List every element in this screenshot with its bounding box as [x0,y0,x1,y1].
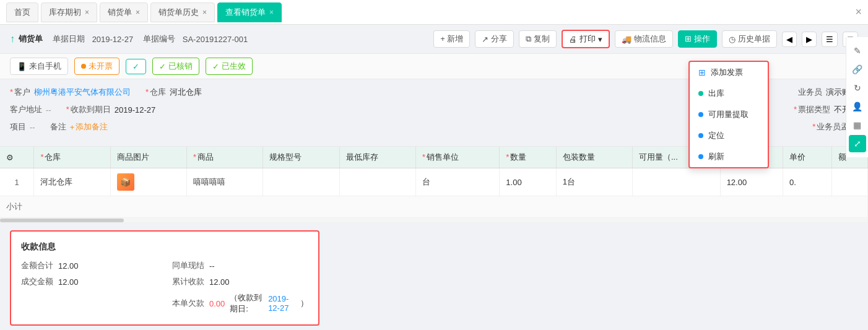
doc-meta-block: 单据日期 2019-12-27 单据编号 SA-20191227-001 [53,33,248,45]
owed-suffix: （收款到期日: [230,292,263,315]
dropdown-add-invoice[interactable]: ⊞ 添加发票 [690,62,768,83]
tab-home[interactable]: 首页 [6,2,38,22]
tab-sales-order[interactable]: 销货单 × [100,2,148,22]
payment-section: 收款信息 金额合计 12.00 同单现结 -- 成交金额 12.00 累计收款 … [10,230,319,326]
note-field: 备注 + 添加备注 [50,121,108,132]
print-button[interactable]: 🖨 打印 ▾ [562,30,610,48]
logistics-button[interactable]: 🚚 物流信息 [615,30,673,48]
product-thumbnail: 📦 [117,173,134,191]
customer-value[interactable]: 柳州粤港平安气体有限公司 [34,87,131,98]
cumulative-value: 12.00 [209,277,230,287]
copy-button[interactable]: ⧉ 复制 [519,30,557,48]
col-unit-price: 单价 [783,147,832,168]
locate-label: 定位 [708,130,724,141]
new-button[interactable]: + 新增 [433,30,470,48]
col-product: 商品 [187,147,263,168]
sidebar-refresh-button[interactable]: ↻ [849,79,866,97]
tab-view-label: 查看销货单 [225,7,266,18]
address-field: 客户地址 -- [10,104,51,115]
note-label: 备注 [50,121,66,132]
dropdown-available-qty[interactable]: 可用量提取 [690,104,768,125]
dropdown-locate[interactable]: 定位 [690,125,768,146]
tab-sales-history[interactable]: 销货单历史 × [150,2,215,22]
col-warehouse: 仓库 [34,147,110,168]
add-note-button[interactable]: + 添加备注 [70,121,108,132]
sidebar-link-button[interactable]: 🔗 [849,61,866,78]
sidebar-expand-button[interactable]: ⤢ [849,135,866,152]
same-order-row: 同单现结 -- [172,260,308,271]
tab-inventory-init[interactable]: 库存期初 × [41,2,97,22]
owed-label: 本单欠款 [172,298,204,309]
owed-value: 0.00 [209,299,225,308]
tab-history-close[interactable]: × [202,8,207,17]
payment-grid: 金额合计 12.00 同单现结 -- 成交金额 12.00 累计收款 12.00… [21,260,308,315]
document-header: ↑ 销货单 单据日期 2019-12-27 单据编号 SA-20191227-0… [0,25,868,54]
row-warehouse: 河北仓库 [34,168,110,196]
list-view-button[interactable]: ☰ [822,32,838,47]
owed-close: ） [300,298,308,309]
project-field: 项目 -- [10,121,35,132]
table-icon: ▦ [853,120,861,130]
share-button[interactable]: ↗ 分享 [475,30,514,48]
not-open-button[interactable]: 未开票 [74,58,119,75]
sidebar-table-button[interactable]: ▦ [849,116,866,134]
due-date-field: 收款到期日 2019-12-27 [66,104,156,115]
project-label: 项目 [10,121,26,132]
row-current-stock: 12.00 [720,168,783,196]
operate-button[interactable]: ⊞ 操作 [678,30,717,48]
check-icon: ✓ [159,62,166,71]
refresh-icon [698,154,703,159]
sidebar-edit-button[interactable]: ✎ [849,42,866,59]
owed-due-date: 2019-12-27 [268,294,295,313]
project-value: -- [30,123,35,132]
row-unit-price: 0. [783,168,832,196]
tab-inventory-close[interactable]: × [85,8,89,17]
doc-date-value: 2019-12-27 [92,35,134,44]
next-button[interactable]: ▶ [802,32,817,47]
transaction-value: 12.00 [58,277,79,287]
window-close-button[interactable]: × [855,6,862,19]
share-icon: ↗ [482,35,488,44]
row-spec [263,168,339,196]
operations-dropdown: ⊞ 添加发票 出库 可用量提取 定位 刷新 [688,61,769,168]
tab-sales-close[interactable]: × [136,8,140,17]
print-dropdown-icon: ▾ [598,35,602,44]
row-num: 1 [0,168,34,196]
doc-date-label: 单据日期 2019-12-27 [53,33,133,45]
customer-field: 客户 柳州粤港平安气体有限公司 [10,87,131,98]
expand-icon: ⤢ [854,139,861,149]
due-date-label: 收款到期日 [66,104,111,115]
horizontal-scrollbar[interactable] [0,219,124,222]
subtotal-label: 小计 [0,196,868,218]
dropdown-refresh[interactable]: 刷新 [690,146,768,167]
table-row: 1 河北仓库 📦 嘻嘻嘻嘻 台 1.00 1台 12.00 0. [0,168,868,196]
owed-row: 本单欠款 0.00 （收款到期日: 2019-12-27 ） [172,292,308,315]
col-settings[interactable]: ⚙ [0,147,34,168]
warehouse-value: 河北仓库 [170,87,202,98]
right-sidebar: ✎ 🔗 ↻ 👤 ▦ ⤢ [846,37,868,157]
history-button[interactable]: ◷ 历史单据 [722,30,777,48]
doc-no-label: 单据编号 SA-20191227-001 [143,33,248,45]
add-invoice-icon: ⊞ [698,67,706,77]
cancelled-button[interactable]: ✓ 已核销 [152,58,199,75]
tab-view-sales[interactable]: 查看销货单 × [217,2,282,22]
user-icon: 👤 [852,102,862,111]
sidebar-user-button[interactable]: 👤 [849,98,866,115]
total-amount-label: 金额合计 [21,260,53,271]
tab-view-close[interactable]: × [269,8,274,17]
dropdown-outbound[interactable]: 出库 [690,83,768,104]
prev-button[interactable]: ◀ [782,32,797,47]
confirm-button[interactable]: ✓ [126,59,146,74]
row-product-img: 📦 [110,168,186,196]
effective-button[interactable]: ✓ 已生效 [206,58,253,75]
row-available [632,168,720,196]
tab-bar: 首页 库存期初 × 销货单 × 销货单历史 × 查看销货单 × × [0,0,868,25]
total-amount-row: 金额合计 12.00 [21,260,157,271]
cumulative-label: 累计收款 [172,276,204,287]
copy-icon: ⧉ [526,34,531,44]
subtotal-row: 小计 [0,196,868,218]
due-date-value: 2019-12-27 [115,105,156,115]
from-mobile-button[interactable]: 📱 来自手机 [10,58,68,75]
staff-label: 业务员孟 [812,121,849,132]
col-sales-unit: 销售单位 [416,147,500,168]
